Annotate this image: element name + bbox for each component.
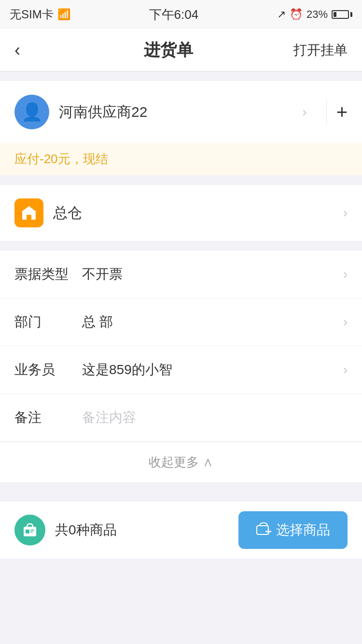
avatar-icon: 👤 [21,102,43,122]
staff-row[interactable]: 业务员 这是859的小智 › [0,346,362,394]
warehouse-name: 总仓 [53,203,343,223]
svg-rect-6 [30,532,33,532]
select-product-icon [256,522,271,539]
select-product-label: 选择商品 [276,521,330,539]
dept-label: 部门 [14,313,72,331]
invoice-label: 票据类型 [14,265,72,283]
gap-3 [0,241,362,251]
invoice-value: 不开票 [72,265,343,283]
gap-1 [0,71,362,81]
product-icon [14,515,45,546]
supplier-arrow-icon: › [302,104,306,120]
gap-4 [0,482,362,492]
vertical-divider [326,100,327,124]
notice-bar: 应付-20元，现结 [0,143,362,175]
invoice-arrow-icon: › [343,266,348,282]
collapse-button[interactable]: 收起更多 ∧ [0,442,362,482]
wifi-icon: 📶 [57,8,70,21]
carrier-label: 无SIM卡 [10,7,54,22]
dept-arrow-icon: › [343,314,348,330]
add-supplier-button[interactable]: + [336,101,348,123]
svg-rect-5 [30,530,34,531]
warehouse-arrow-icon: › [343,205,348,221]
remark-label: 备注 [14,408,72,427]
warehouse-icon [14,198,43,227]
bottom-bar: 共0种商品 选择商品 [0,502,362,559]
dept-value: 总 部 [72,313,343,331]
page-background [0,559,362,644]
form-section: 票据类型 不开票 › 部门 总 部 › 业务员 这是859的小智 › 备注 备注… [0,251,362,482]
supplier-row[interactable]: 👤 河南供应商22 › + [0,81,362,143]
staff-arrow-icon: › [343,362,348,378]
supplier-section: 👤 河南供应商22 › + 应付-20元，现结 [0,81,362,175]
open-pending-button[interactable]: 打开挂单 [293,41,348,59]
svg-marker-1 [21,206,37,212]
location-icon: ↗ [277,8,286,21]
supplier-name: 河南供应商22 [59,102,302,122]
product-count: 共0种商品 [55,521,238,539]
battery-label: 23% [306,8,328,21]
page-title: 进货单 [144,39,193,61]
alarm-icon: ⏰ [290,8,303,21]
back-button[interactable]: ‹ [14,40,43,60]
staff-label: 业务员 [14,361,72,379]
remark-input[interactable]: 备注内容 [72,408,348,427]
warehouse-row[interactable]: 总仓 › [0,185,362,241]
status-bar: 无SIM卡 📶 下午6:04 ↗ ⏰ 23% [0,0,362,29]
dept-row[interactable]: 部门 总 部 › [0,298,362,346]
svg-rect-3 [24,527,36,536]
invoice-row[interactable]: 票据类型 不开票 › [0,251,362,298]
staff-value: 这是859的小智 [72,361,343,379]
status-time: 下午6:04 [149,6,199,23]
battery-icon [332,10,352,19]
supplier-avatar: 👤 [14,95,49,129]
svg-rect-7 [257,526,268,534]
status-left: 无SIM卡 📶 [10,7,70,22]
gap-2 [0,175,362,185]
notice-text: 应付-20元，现结 [14,152,108,166]
remark-row[interactable]: 备注 备注内容 [0,394,362,442]
svg-rect-4 [26,530,29,533]
select-product-button[interactable]: 选择商品 [238,511,348,549]
warehouse-section: 总仓 › [0,185,362,241]
svg-rect-2 [27,215,31,220]
nav-bar: ‹ 进货单 打开挂单 [0,29,362,71]
status-right: ↗ ⏰ 23% [277,8,352,21]
